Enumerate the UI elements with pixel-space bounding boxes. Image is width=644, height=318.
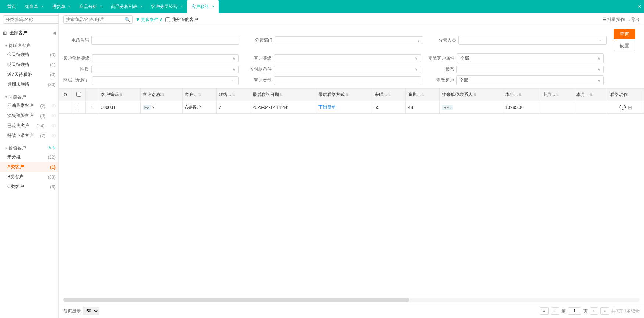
page-number-input[interactable]: [568, 307, 581, 315]
query-button[interactable]: 查询: [614, 29, 635, 39]
value-group-refresh-btn[interactable]: ↻: [48, 146, 51, 151]
retail-attr-select[interactable]: 全部 ∨: [457, 53, 604, 63]
row-message-icon[interactable]: 💬: [619, 105, 626, 110]
price-level-select[interactable]: ∨: [92, 54, 239, 62]
sidebar-group-pending[interactable]: ▼ 待联络客户: [0, 41, 58, 50]
sidebar-item-declining[interactable]: 持续下滑客户 (2) ⓘ: [0, 131, 58, 141]
th-check[interactable]: [72, 89, 85, 101]
th-no-contact[interactable]: 未联... ⇅: [372, 89, 406, 101]
close-tab-sales[interactable]: ×: [41, 0, 43, 13]
tab-purchase[interactable]: 进货单 ×: [48, 0, 75, 13]
th-customer-name[interactable]: 客户名称 ⇅: [140, 89, 182, 101]
select-all-checkbox[interactable]: [76, 92, 81, 97]
export-button[interactable]: ↓ 导出: [628, 17, 640, 23]
th-last-month[interactable]: 上月... ⇅: [540, 89, 574, 101]
horizontal-scrollbar[interactable]: [59, 296, 644, 304]
collapse-icon: ◀: [53, 31, 56, 35]
value-group-edit-btn[interactable]: ✎: [52, 146, 56, 151]
sidebar-item-class-a[interactable]: A类客户 (1): [0, 162, 58, 172]
filter-price-level: 客户价格等级 ∨: [63, 54, 239, 62]
last-method-link[interactable]: 下销货单: [318, 105, 336, 110]
next-page-button[interactable]: ›: [590, 307, 598, 315]
customer-type-text-input[interactable]: [277, 78, 418, 83]
payment-select[interactable]: ∨: [274, 66, 421, 73]
tab-customer-tier[interactable]: 客户分层经营 ×: [147, 0, 187, 13]
td-code: 000031: [99, 101, 140, 114]
close-all-button[interactable]: ×: [638, 3, 641, 10]
last-page-button[interactable]: »: [600, 307, 609, 315]
retail-attr-chevron-icon: ∨: [598, 56, 600, 60]
tab-home[interactable]: 首页: [3, 0, 21, 13]
sidebar-item-repurchase-anomaly[interactable]: 回购异常客户 (2) ⓘ: [0, 101, 58, 111]
retail-customer-chevron-icon: ∨: [598, 78, 600, 82]
nature-select[interactable]: ∨: [91, 66, 239, 73]
sidebar: 🔍 ⊞ 全部客户 ◀ ▼ 待联络客户 今天待联络 (0) 明天待联络: [0, 13, 59, 318]
th-contact[interactable]: 联络... ⇅: [216, 89, 250, 101]
page-size-select[interactable]: 50: [83, 307, 99, 315]
filter-department: 分管部门 ∨: [247, 36, 423, 44]
row-qr-icon[interactable]: ⊞: [628, 105, 632, 110]
my-customers-checkbox[interactable]: 我分管的客户: [165, 17, 198, 23]
manager-select[interactable]: ···: [458, 36, 607, 45]
filter-search-input[interactable]: [66, 17, 125, 22]
filter-customer-level: 客户等级 ∨: [246, 54, 421, 62]
scrollbar-thumb[interactable]: [63, 298, 409, 302]
sidebar-group-value[interactable]: ▼ 价值客户 ↻ ✎: [0, 144, 58, 152]
content-area: 🔍 ▼ 更多条件 ∨ 我分管的客户 ☰ 批量操作 ↓ 导出: [59, 13, 644, 318]
prev-page-button[interactable]: ‹: [551, 307, 559, 315]
my-customers-check-input[interactable]: [165, 17, 170, 22]
close-tab-product-analysis[interactable]: ×: [100, 0, 102, 13]
sidebar-item-7days[interactable]: 近7天待联络 (0): [0, 70, 58, 80]
region-select[interactable]: ···: [92, 76, 239, 85]
tab-sales[interactable]: 销售单 ×: [21, 0, 48, 13]
th-gear[interactable]: ⚙: [59, 89, 72, 101]
filter-search-box: 🔍: [63, 15, 133, 24]
retail-customer-select[interactable]: 全部 ∨: [456, 75, 604, 85]
phone-text-input[interactable]: [94, 38, 236, 43]
tab-product-analysis[interactable]: 商品分析 ×: [75, 0, 107, 13]
first-page-button[interactable]: «: [540, 307, 549, 315]
sidebar-item-class-c[interactable]: C类客户 (6): [0, 182, 58, 192]
close-tab-product-analysis-list[interactable]: ×: [140, 0, 143, 13]
th-this-month[interactable]: 本月... ⇅: [574, 89, 608, 101]
scrollbar-track[interactable]: [63, 298, 640, 302]
td-category: A类客户: [183, 101, 217, 114]
th-last-date[interactable]: 最后联络日期 ⇅: [250, 89, 316, 101]
more-filters-button[interactable]: ▼ 更多条件 ∨: [136, 17, 162, 23]
filter-search-icon[interactable]: 🔍: [125, 17, 130, 22]
row-checkbox[interactable]: [75, 105, 79, 109]
customer-type-input[interactable]: [274, 76, 421, 85]
settings-button[interactable]: 设置: [614, 41, 635, 51]
td-no-contact: 55: [372, 101, 406, 114]
close-tab-customer-tier[interactable]: ×: [180, 0, 183, 13]
customer-level-select[interactable]: ∨: [274, 54, 421, 62]
phone-input[interactable]: [91, 36, 239, 45]
department-select[interactable]: ∨: [275, 36, 423, 44]
status-select[interactable]: ∨: [456, 66, 604, 73]
tab-customer-contact[interactable]: 客户联络 ×: [187, 0, 219, 13]
th-customer-code[interactable]: 客户编码 ⇅: [99, 89, 140, 101]
sidebar-item-class-b[interactable]: B类客户 (33): [0, 172, 58, 182]
table-header-row: ⚙ 客户编码 ⇅ 客户名称 ⇅: [59, 89, 644, 101]
batch-operation-button[interactable]: ☰ 批量操作: [602, 17, 625, 23]
sidebar-all-customers-header[interactable]: ⊞ 全部客户 ◀: [0, 28, 58, 38]
sidebar-item-today[interactable]: 今天待联络 (0): [0, 50, 58, 60]
tab-product-analysis-list[interactable]: 商品分析列表 ×: [107, 0, 147, 13]
sidebar-item-tomorrow[interactable]: 明天待联络 (1): [0, 60, 58, 70]
th-overdue[interactable]: 逾期... ⇅: [406, 89, 440, 101]
close-tab-purchase[interactable]: ×: [68, 0, 71, 13]
th-this-year[interactable]: 本年... ⇅: [503, 89, 540, 101]
sidebar-search-area: 🔍: [0, 13, 58, 26]
td-contact: 7: [216, 101, 250, 114]
sidebar-item-churn-warning[interactable]: 流失预警客户 (3) ⓘ: [0, 111, 58, 121]
sidebar-item-churned[interactable]: 已流失客户 (24) ⓘ: [0, 121, 58, 131]
close-tab-customer-contact[interactable]: ×: [212, 0, 214, 13]
action-buttons: 查询 设置: [609, 29, 640, 51]
th-last-method[interactable]: 最后联络方式 ⇅: [316, 89, 372, 101]
sidebar-item-unclassified[interactable]: 未分组 (32): [0, 152, 58, 162]
th-customer-category[interactable]: 客户... ⇅: [183, 89, 217, 101]
th-unit-contacts[interactable]: 往来单位联系人 ⇅: [440, 89, 503, 101]
sidebar-search-input[interactable]: [3, 15, 59, 24]
sidebar-group-problem[interactable]: ▼ 问题客户: [0, 92, 58, 101]
sidebar-item-overdue[interactable]: 逾期未联络 (30): [0, 80, 58, 89]
